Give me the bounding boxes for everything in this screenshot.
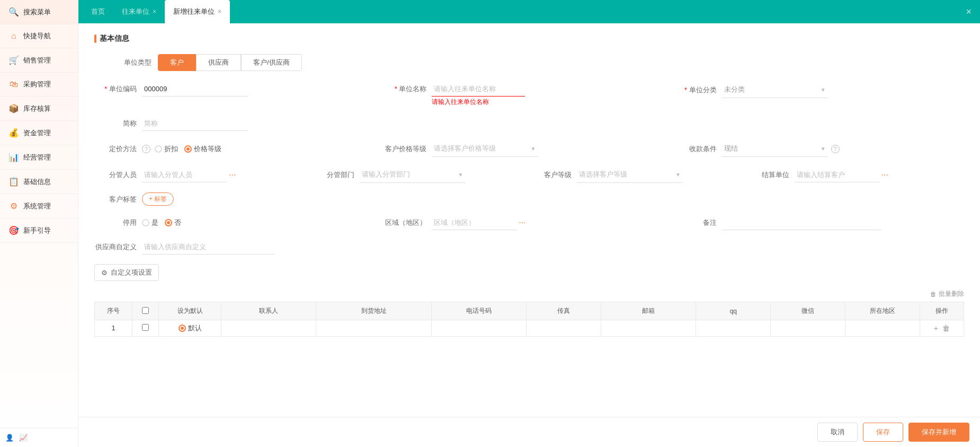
th-checkbox[interactable] bbox=[132, 302, 159, 320]
sidebar-bottom[interactable]: 👤 📈 bbox=[0, 428, 78, 447]
pricing-help-icon[interactable]: ? bbox=[142, 145, 150, 153]
field-customer-price-level: 客户价格等级 请选择客户价格等级 ▼ bbox=[384, 141, 674, 157]
phone-input[interactable] bbox=[458, 325, 500, 332]
chevron-down-level-icon: ▼ bbox=[675, 172, 681, 178]
sidebar-label-system: 系统管理 bbox=[23, 201, 51, 211]
unit-type-both-btn[interactable]: 客户/供应商 bbox=[241, 54, 302, 71]
pricing-label: 定价方法 bbox=[94, 144, 142, 154]
sidebar-item-search[interactable]: 🔍 搜索菜单 bbox=[0, 0, 78, 24]
unit-category-value: 未分类 bbox=[724, 85, 745, 94]
sidebar-item-quick-nav[interactable]: ⌂ 快捷导航 bbox=[0, 24, 78, 48]
disabled-radio-yes[interactable]: 是 bbox=[142, 218, 158, 227]
sidebar-item-basic-info[interactable]: 📋 基础信息 bbox=[0, 170, 78, 194]
unit-code-input[interactable] bbox=[142, 82, 248, 97]
default-radio[interactable]: 默认 bbox=[162, 323, 218, 333]
unit-category-select[interactable]: 未分类 ▼ bbox=[722, 82, 828, 98]
th-contact: 联系人 bbox=[221, 302, 316, 320]
basic-info-icon: 📋 bbox=[8, 177, 19, 187]
sidebar-item-sales[interactable]: 🛒 销售管理 bbox=[0, 48, 78, 73]
fax-input[interactable] bbox=[548, 325, 580, 332]
chevron-down-dept-icon: ▼ bbox=[458, 172, 464, 178]
th-email: 邮箱 bbox=[601, 302, 696, 320]
email-input[interactable] bbox=[627, 325, 670, 332]
wechat-input[interactable] bbox=[792, 325, 824, 332]
manager-label: 分管人员 bbox=[94, 170, 142, 180]
td-region[interactable] bbox=[845, 320, 920, 337]
sidebar-item-inventory[interactable]: 📦 库存核算 bbox=[0, 97, 78, 121]
sidebar-item-guide[interactable]: 🎯 新手引导 bbox=[0, 218, 78, 243]
sidebar-item-system[interactable]: ⚙ 系统管理 bbox=[0, 194, 78, 218]
system-icon: ⚙ bbox=[8, 201, 19, 211]
chevron-down-price-icon: ▼ bbox=[530, 146, 536, 152]
department-select[interactable]: 请输入分管部门 ▼ bbox=[360, 166, 466, 183]
payment-terms-select[interactable]: 现结 ▼ bbox=[722, 141, 828, 157]
field-unit-name: 单位名称 请输入往来单位名称 bbox=[384, 82, 674, 107]
disabled-radio-no[interactable]: 否 bbox=[165, 218, 181, 227]
row-customer-tag: 客户标签 + 标签 bbox=[94, 192, 964, 206]
add-row-button[interactable]: + bbox=[934, 324, 938, 332]
sidebar-item-finance[interactable]: 💰 资金管理 bbox=[0, 121, 78, 145]
address-input[interactable] bbox=[348, 325, 400, 332]
abbreviation-input[interactable] bbox=[142, 116, 248, 131]
settlement-more-btn[interactable]: ··· bbox=[879, 170, 890, 180]
settlement-label: 结算单位 bbox=[747, 170, 795, 180]
contact-input[interactable] bbox=[247, 325, 290, 332]
pricing-radio-level[interactable]: 价格等级 bbox=[184, 144, 221, 154]
row-pricing: 定价方法 ? 折扣 价格等级 客户价格等级 请选择客户价格等级 bbox=[94, 141, 964, 157]
settlement-input[interactable] bbox=[795, 168, 879, 182]
table-row: 1 默认 bbox=[95, 320, 964, 337]
tab-partner-close[interactable]: × bbox=[153, 8, 156, 15]
sidebar: 🔍 搜索菜单 ⌂ 快捷导航 🛒 销售管理 🛍 采购管理 📦 库存核算 💰 资金管… bbox=[0, 0, 78, 447]
chevron-down-payment-icon: ▼ bbox=[821, 146, 826, 152]
region-input[interactable] bbox=[432, 215, 516, 230]
delete-row-button[interactable]: 🗑 bbox=[942, 324, 950, 332]
manager-input[interactable] bbox=[142, 168, 227, 182]
td-qq[interactable] bbox=[696, 320, 771, 337]
search-icon: 🔍 bbox=[8, 7, 19, 17]
td-wechat[interactable] bbox=[771, 320, 845, 337]
save-button[interactable]: 保存 bbox=[863, 423, 903, 442]
td-email[interactable] bbox=[601, 320, 696, 337]
tab-home[interactable]: 首页 bbox=[83, 0, 113, 23]
window-close-button[interactable]: × bbox=[961, 4, 976, 20]
tab-new-partner-close[interactable]: × bbox=[218, 8, 221, 15]
td-address[interactable] bbox=[316, 320, 432, 337]
save-and-new-button[interactable]: 保存并新增 bbox=[908, 423, 969, 442]
unit-name-input[interactable] bbox=[432, 82, 525, 97]
row-disabled-region: 停用 是 否 区域（地区） ··· 备注 bbox=[94, 215, 964, 230]
cancel-button[interactable]: 取消 bbox=[817, 423, 858, 442]
unit-type-supplier-btn[interactable]: 供应商 bbox=[196, 54, 241, 71]
td-phone[interactable] bbox=[432, 320, 527, 337]
batch-delete-button[interactable]: 🗑 批量删除 bbox=[930, 290, 964, 299]
tab-new-partner[interactable]: 新增往来单位 × bbox=[165, 0, 230, 23]
add-tag-button[interactable]: + 标签 bbox=[142, 192, 174, 206]
default-label: 默认 bbox=[188, 323, 202, 333]
td-contact[interactable] bbox=[221, 320, 316, 337]
unit-type-customer-btn[interactable]: 客户 bbox=[158, 54, 196, 71]
select-all-checkbox[interactable] bbox=[142, 307, 149, 314]
qq-input[interactable] bbox=[717, 325, 749, 332]
customer-tag-label: 客户标签 bbox=[94, 195, 142, 204]
section-bar bbox=[94, 34, 96, 43]
customer-price-select[interactable]: 请选择客户价格等级 ▼ bbox=[432, 141, 538, 157]
row-checkbox[interactable] bbox=[142, 324, 149, 331]
custom-settings-button[interactable]: ⚙ 自定义项设置 bbox=[94, 264, 159, 281]
sidebar-item-purchase[interactable]: 🛍 采购管理 bbox=[0, 73, 78, 97]
td-fax[interactable] bbox=[527, 320, 601, 337]
pricing-radio-discount[interactable]: 折扣 bbox=[155, 144, 178, 154]
row-actions: + 🗑 bbox=[923, 324, 960, 332]
customer-level-select[interactable]: 请选择客户等级 ▼ bbox=[577, 166, 683, 183]
remarks-input[interactable] bbox=[722, 215, 881, 230]
table-toolbar: 🗑 批量删除 bbox=[94, 290, 964, 299]
tab-partner[interactable]: 往来单位 × bbox=[113, 0, 165, 23]
manager-more-btn[interactable]: ··· bbox=[227, 170, 238, 180]
field-customer-tag: 客户标签 + 标签 bbox=[94, 192, 964, 206]
sidebar-item-operations[interactable]: 📊 经营管理 bbox=[0, 145, 78, 170]
region-table-input[interactable] bbox=[867, 325, 898, 332]
payment-help-icon[interactable]: ? bbox=[831, 145, 840, 153]
sales-icon: 🛒 bbox=[8, 55, 19, 65]
row-manager: 分管人员 ··· 分管部门 请输入分管部门 ▼ 客户等级 请选择客户等级 ▼ 结… bbox=[94, 166, 964, 183]
supplier-custom-input[interactable] bbox=[142, 240, 274, 255]
td-checkbox[interactable] bbox=[132, 320, 159, 337]
region-more-btn[interactable]: ··· bbox=[516, 218, 528, 227]
